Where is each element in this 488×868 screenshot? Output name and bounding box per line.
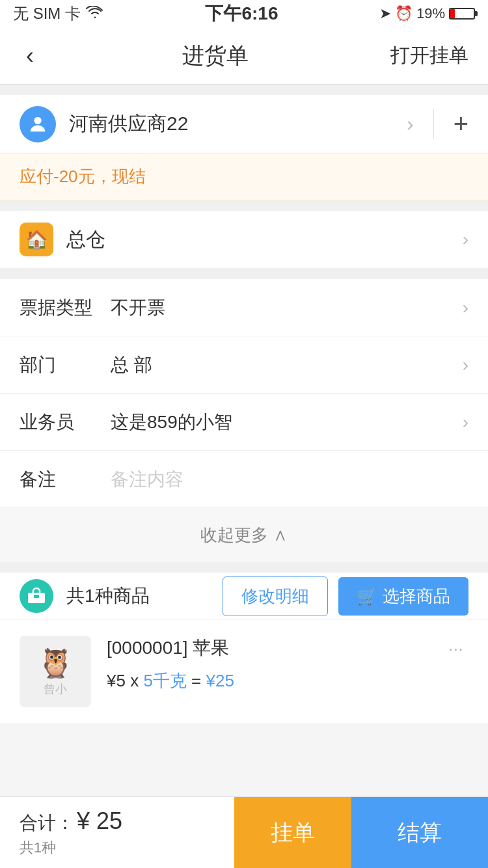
supplier-section: 河南供应商22 › + 应付-20元，现结	[0, 95, 488, 200]
form-section: 票据类型 不开票 › 部门 总 部 › 业务员 这是859的小智 › 备注 备注…	[0, 278, 488, 508]
supplier-avatar	[20, 106, 56, 142]
owl-sub-text: 曾小	[44, 681, 67, 697]
products-section: 共1种商品 修改明细 🛒 选择商品	[0, 562, 488, 619]
back-button[interactable]: ‹	[20, 36, 40, 76]
checkout-button[interactable]: 结算	[351, 797, 488, 868]
supplier-chevron-icon: ›	[407, 112, 414, 136]
quantity: 5千克	[143, 671, 186, 690]
footer-spacer	[0, 723, 488, 762]
bottom-bar: 合计： ¥ 25 共1种 挂单 结算	[0, 796, 488, 868]
wifi-icon	[86, 5, 104, 23]
product-info: [0000001] 苹果 ¥5 x 5千克 = ¥25	[107, 636, 443, 692]
warehouse-chevron-icon: ›	[463, 229, 468, 250]
select-product-icon: 🛒	[357, 586, 377, 606]
product-thumbnail: 🦉 曾小	[20, 636, 91, 707]
page-title: 进货单	[182, 41, 249, 71]
remark-label: 备注	[20, 467, 104, 492]
product-price: ¥5 x 5千克 = ¥25	[107, 670, 443, 692]
warehouse-name: 总仓	[66, 226, 463, 253]
warning-text: 应付-20元，现结	[20, 167, 146, 186]
collapse-label: 收起更多 ∧	[200, 524, 287, 547]
products-count: 共1种商品	[66, 584, 223, 608]
invoice-row[interactable]: 票据类型 不开票 ›	[0, 278, 488, 336]
warehouse-section: 🏠 总仓 ›	[0, 211, 488, 268]
divider-1	[0, 85, 488, 95]
total-amount: ¥ 25	[77, 807, 122, 835]
collapse-button[interactable]: 收起更多 ∧	[0, 508, 488, 562]
carrier-text: 无 SIM 卡	[13, 3, 81, 24]
add-supplier-button[interactable]: +	[433, 109, 468, 139]
equals-sign: =	[191, 671, 206, 690]
invoice-value: 不开票	[104, 295, 463, 320]
select-product-label: 选择商品	[383, 585, 450, 608]
more-button[interactable]: ···	[443, 636, 468, 662]
price-separator: x	[130, 671, 143, 690]
status-right: ➤ ⏰ 19%	[379, 5, 475, 22]
battery-percent: 19%	[416, 5, 445, 22]
divider-2	[0, 200, 488, 211]
agent-chevron-icon: ›	[463, 412, 468, 433]
status-left: 无 SIM 卡	[13, 3, 104, 24]
svg-rect-2	[34, 595, 39, 598]
supplier-row[interactable]: 河南供应商22 › +	[0, 95, 488, 154]
select-product-button[interactable]: 🛒 选择商品	[338, 577, 468, 616]
agent-label: 业务员	[20, 410, 104, 435]
edit-detail-button[interactable]: 修改明细	[223, 576, 328, 616]
agent-row[interactable]: 业务员 这是859的小智 ›	[0, 393, 488, 450]
supplier-name: 河南供应商22	[69, 111, 407, 137]
invoice-chevron-icon: ›	[463, 297, 468, 318]
total-count: 共1种	[20, 838, 215, 858]
svg-point-0	[34, 116, 41, 124]
unit-price: ¥5	[107, 671, 126, 690]
status-bar: 无 SIM 卡 下午6:16 ➤ ⏰ 19%	[0, 0, 488, 27]
remark-input[interactable]: 备注内容	[104, 467, 468, 492]
owl-icon: 🦉	[38, 646, 74, 680]
total-label: 合计：	[20, 811, 74, 835]
products-icon	[20, 579, 53, 613]
agent-value: 这是859的小智	[104, 410, 463, 435]
dept-chevron-icon: ›	[463, 355, 468, 375]
product-item: 🦉 曾小 [0000001] 苹果 ¥5 x 5千克 = ¥25 ···	[0, 619, 488, 723]
alarm-icon: ⏰	[395, 5, 413, 22]
open-pending-button[interactable]: 打开挂单	[390, 42, 468, 69]
dept-label: 部门	[20, 353, 104, 377]
divider-3	[0, 268, 488, 278]
warehouse-icon: 🏠	[20, 223, 53, 256]
product-title: 苹果	[193, 638, 229, 658]
warehouse-house-icon: 🏠	[25, 229, 48, 251]
location-icon: ➤	[379, 5, 391, 22]
warehouse-row[interactable]: 🏠 总仓 ›	[0, 211, 488, 268]
nav-bar: ‹ 进货单 打开挂单	[0, 27, 488, 85]
product-id: [0000001]	[107, 638, 188, 658]
dept-row[interactable]: 部门 总 部 ›	[0, 336, 488, 393]
dept-value: 总 部	[104, 353, 463, 377]
product-name: [0000001] 苹果	[107, 636, 443, 660]
invoice-label: 票据类型	[20, 295, 104, 320]
product-thumb-inner: 🦉 曾小	[38, 646, 74, 697]
battery-icon	[449, 8, 475, 20]
total-section: 合计： ¥ 25 共1种	[0, 797, 234, 868]
hold-button[interactable]: 挂单	[234, 797, 351, 868]
remark-row[interactable]: 备注 备注内容	[0, 450, 488, 508]
status-time: 下午6:16	[205, 1, 278, 26]
item-total: ¥25	[206, 671, 234, 690]
warning-bar: 应付-20元，现结	[0, 154, 488, 200]
